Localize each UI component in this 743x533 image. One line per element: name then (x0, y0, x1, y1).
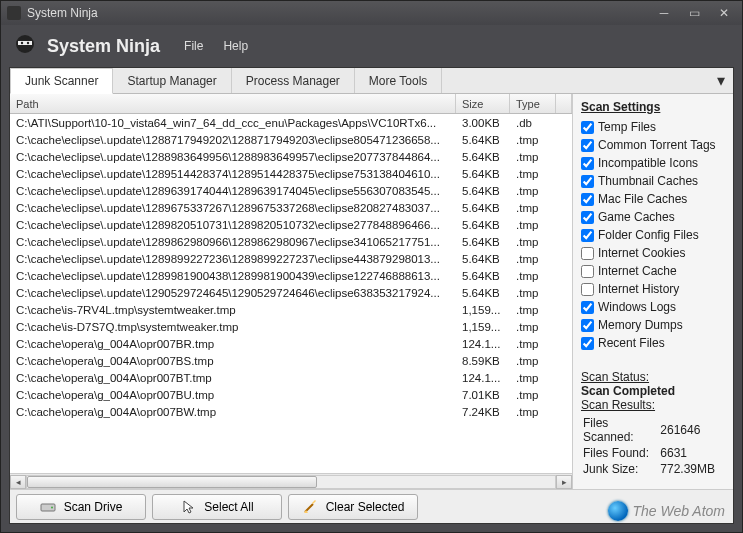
table-row[interactable]: C:\cache\eclipse\.update\1289675337267\1… (10, 199, 572, 216)
checkbox[interactable] (581, 157, 594, 170)
setting-memory-dumps[interactable]: Memory Dumps (581, 316, 725, 334)
cell-size: 5.64KB (456, 253, 510, 265)
tab-more-tools[interactable]: More Tools (355, 68, 442, 93)
checkbox[interactable] (581, 301, 594, 314)
scroll-thumb[interactable] (27, 476, 317, 488)
scan-drive-label: Scan Drive (64, 500, 123, 514)
cell-size: 5.64KB (456, 270, 510, 282)
table-row[interactable]: C:\cache\eclipse\.update\1289862980966\1… (10, 233, 572, 250)
table-row[interactable]: C:\cache\eclipse\.update\1289899227236\1… (10, 250, 572, 267)
cell-size: 5.64KB (456, 236, 510, 248)
cell-type: .tmp (510, 321, 556, 333)
table-row[interactable]: C:\cache\eclipse\.update\1289514428374\1… (10, 165, 572, 182)
tab-overflow-icon[interactable]: ▾ (709, 68, 733, 93)
setting-common-torrent-tags[interactable]: Common Torrent Tags (581, 136, 725, 154)
menu-help[interactable]: Help (223, 39, 248, 53)
checkbox[interactable] (581, 337, 594, 350)
checkbox[interactable] (581, 247, 594, 260)
select-all-button[interactable]: Select All (152, 494, 282, 520)
table-row[interactable]: C:\cache\is-D7S7Q.tmp\systemtweaker.tmp1… (10, 318, 572, 335)
cell-path: C:\cache\eclipse\.update\1289862980966\1… (10, 236, 456, 248)
cell-path: C:\cache\eclipse\.update\1289981900438\1… (10, 270, 456, 282)
table-row[interactable]: C:\cache\opera\g_004A\opr007BR.tmp124.1.… (10, 335, 572, 352)
svg-point-3 (27, 42, 29, 44)
close-button[interactable]: ✕ (712, 6, 736, 20)
table-row[interactable]: C:\cache\eclipse\.update\1289820510731\1… (10, 216, 572, 233)
files-found-value: 6631 (660, 446, 723, 460)
col-size[interactable]: Size (456, 94, 510, 113)
horizontal-scrollbar[interactable]: ◂ ▸ (10, 473, 572, 489)
scan-drive-button[interactable]: Scan Drive (16, 494, 146, 520)
tab-process-manager[interactable]: Process Manager (232, 68, 355, 93)
window-title: System Ninja (27, 6, 98, 20)
table-row[interactable]: C:\cache\eclipse\.update\1289981900438\1… (10, 267, 572, 284)
table-row[interactable]: C:\cache\opera\g_004A\opr007BW.tmp7.24KB… (10, 403, 572, 420)
checkbox[interactable] (581, 139, 594, 152)
checkbox[interactable] (581, 319, 594, 332)
content: Path Size Type C:\ATI\Support\10-10_vist… (10, 94, 733, 489)
grid-body[interactable]: C:\ATI\Support\10-10_vista64_win7_64_dd_… (10, 114, 572, 473)
setting-temp-files[interactable]: Temp Files (581, 118, 725, 136)
cell-type: .tmp (510, 151, 556, 163)
checkbox[interactable] (581, 211, 594, 224)
setting-windows-logs[interactable]: Windows Logs (581, 298, 725, 316)
col-type[interactable]: Type (510, 94, 556, 113)
cell-path: C:\ATI\Support\10-10_vista64_win7_64_dd_… (10, 117, 456, 129)
cell-type: .tmp (510, 389, 556, 401)
junk-size-value: 772.39MB (660, 462, 723, 476)
scroll-right-icon[interactable]: ▸ (556, 475, 572, 489)
checkbox[interactable] (581, 175, 594, 188)
table-row[interactable]: C:\cache\eclipse\.update\1288983649956\1… (10, 148, 572, 165)
cell-size: 7.24KB (456, 406, 510, 418)
setting-internet-history[interactable]: Internet History (581, 280, 725, 298)
maximize-button[interactable]: ▭ (682, 6, 706, 20)
setting-mac-file-caches[interactable]: Mac File Caches (581, 190, 725, 208)
junk-size-label: Junk Size: (583, 462, 658, 476)
setting-label: Incompatible Icons (598, 156, 698, 170)
checkbox[interactable] (581, 283, 594, 296)
setting-recent-files[interactable]: Recent Files (581, 334, 725, 352)
cell-type: .tmp (510, 287, 556, 299)
table-row[interactable]: C:\cache\opera\g_004A\opr007BS.tmp8.59KB… (10, 352, 572, 369)
clear-selected-button[interactable]: Clear Selected (288, 494, 418, 520)
table-row[interactable]: C:\ATI\Support\10-10_vista64_win7_64_dd_… (10, 114, 572, 131)
cell-size: 124.1... (456, 372, 510, 384)
cell-type: .tmp (510, 270, 556, 282)
drive-icon (40, 499, 56, 515)
cell-path: C:\cache\eclipse\.update\1290529724645\1… (10, 287, 456, 299)
setting-internet-cookies[interactable]: Internet Cookies (581, 244, 725, 262)
cell-size: 5.64KB (456, 168, 510, 180)
table-row[interactable]: C:\cache\opera\g_004A\opr007BU.tmp7.01KB… (10, 386, 572, 403)
checkbox[interactable] (581, 229, 594, 242)
cell-type: .tmp (510, 406, 556, 418)
minimize-button[interactable]: ─ (652, 6, 676, 20)
table-row[interactable]: C:\cache\eclipse\.update\1288717949202\1… (10, 131, 572, 148)
tab-junk-scanner[interactable]: Junk Scanner (10, 68, 113, 94)
globe-icon (608, 501, 628, 521)
checkbox[interactable] (581, 265, 594, 278)
cell-type: .tmp (510, 338, 556, 350)
cell-size: 8.59KB (456, 355, 510, 367)
scroll-track[interactable] (26, 475, 556, 489)
setting-game-caches[interactable]: Game Caches (581, 208, 725, 226)
table-row[interactable]: C:\cache\opera\g_004A\opr007BT.tmp124.1.… (10, 369, 572, 386)
setting-label: Common Torrent Tags (598, 138, 716, 152)
setting-incompatible-icons[interactable]: Incompatible Icons (581, 154, 725, 172)
table-row[interactable]: C:\cache\is-7RV4L.tmp\systemtweaker.tmp1… (10, 301, 572, 318)
cell-path: C:\cache\eclipse\.update\1288983649956\1… (10, 151, 456, 163)
checkbox[interactable] (581, 193, 594, 206)
table-row[interactable]: C:\cache\eclipse\.update\1289639174044\1… (10, 182, 572, 199)
table-row[interactable]: C:\cache\eclipse\.update\1290529724645\1… (10, 284, 572, 301)
setting-folder-config-files[interactable]: Folder Config Files (581, 226, 725, 244)
col-path[interactable]: Path (10, 94, 456, 113)
titlebar: System Ninja ─ ▭ ✕ (1, 1, 742, 25)
watermark: The Web Atom (608, 501, 725, 521)
menu-file[interactable]: File (184, 39, 203, 53)
setting-thumbnail-caches[interactable]: Thumbnail Caches (581, 172, 725, 190)
setting-internet-cache[interactable]: Internet Cache (581, 262, 725, 280)
cell-size: 5.64KB (456, 185, 510, 197)
scroll-left-icon[interactable]: ◂ (10, 475, 26, 489)
tab-startup-manager[interactable]: Startup Manager (113, 68, 231, 93)
checkbox[interactable] (581, 121, 594, 134)
grid-header: Path Size Type (10, 94, 572, 114)
